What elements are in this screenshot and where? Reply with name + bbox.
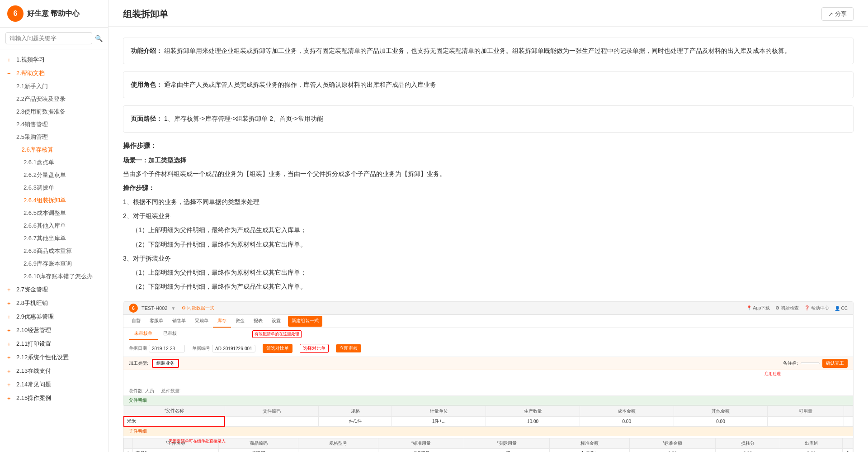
sidebar-item-capital[interactable]: + 2.7资金管理: [0, 283, 108, 296]
sidebar-item-stock-check[interactable]: 2.6.9库存账本查询: [0, 257, 108, 270]
step2-1: （1）上部明细为父件明细，最终作为产成品生成其它入库单；: [123, 224, 854, 236]
page-title: 组装拆卸单: [123, 8, 168, 20]
sidebar: 6 好生意 帮助中心 🔍 + 1.视频学习 − 2.帮助文档 2.1新手入门 2…: [0, 0, 108, 452]
steps-title: 操作步骤：: [123, 142, 854, 150]
mock-type-selector[interactable]: 组装业务: [152, 359, 179, 368]
mock-lower-section: 子件明细: [123, 427, 853, 436]
mock-topbar: 6 TEST-H002 ▼ ⚙ 同款数据一式 📍 App下载 ⚙ 初始检查 ❓ …: [123, 302, 853, 315]
annotation-enable: 启用处理: [764, 371, 781, 377]
mock-upper-table: *父件名称 父件编码 规格 计量单位 生产数量 成本金额 其他金额 可用量: [123, 405, 853, 427]
step3-2: （2）下部明细为子件明细，最终作为产成品生成其它入库单。: [123, 281, 854, 292]
mock-ui: 6 TEST-H002 ▼ ⚙ 同款数据一式 📍 App下载 ⚙ 初始检查 ❓ …: [123, 302, 853, 452]
mock-type-bar: 加工类型: 组装业务 组装业务、拆卸业务在这里切换 备注栏: 确认完工: [123, 357, 853, 370]
mock-confirm-btn[interactable]: 立即审核: [336, 344, 361, 352]
sidebar-item-print[interactable]: + 2.11打印设置: [0, 337, 108, 351]
mock-upper-section: 父件明细: [123, 396, 853, 405]
search-input[interactable]: [5, 32, 92, 44]
mock-lower-table: *子件名称 商品编码 规格型号 *标准用量 *实际用量 标准金额 *标准金额 损…: [123, 438, 853, 452]
app-title: 好生意 帮助中心: [27, 9, 80, 19]
mock-lower-row-1: 1 商品1 编码00 标准用量 ×用 1.标准+. 6.00 0.00 0.00…: [124, 449, 853, 452]
sidebar-item-portion[interactable]: 2.6.2分量盘点单: [0, 169, 108, 181]
sidebar-item-stocktake[interactable]: 2.6.1盘点单: [0, 156, 108, 169]
sidebar-item-coupon[interactable]: + 2.9优惠券管理: [0, 310, 108, 324]
scene1-desc: 当由多个子件材料组装成一个成品的业务为【组装】业务，当由一个父件拆分成多个子产品…: [123, 168, 854, 180]
sidebar-item-prepare[interactable]: 2.3使用前数据准备: [0, 105, 108, 118]
nav-tree: + 1.视频学习 − 2.帮助文档 2.1新手入门 2.2产品安装及登录 2.3…: [0, 49, 108, 452]
mock-nav-sales[interactable]: 销售单: [168, 315, 190, 328]
sidebar-item-inventory[interactable]: − 2.6库存核算: [0, 143, 108, 156]
mock-upper-row-1: 米米 件/1件 1件+... 10.00 0.00 0.00: [124, 416, 853, 426]
mock-tab-pending[interactable]: 未审核单: [129, 328, 158, 340]
mock-nav-finance[interactable]: 资金: [231, 315, 249, 328]
intro-label: 功能介绍：: [131, 47, 162, 54]
mock-nav-stock[interactable]: 库存: [213, 315, 231, 328]
mock-select-bom-btn[interactable]: 选择对比单: [300, 344, 329, 353]
mock-date-input[interactable]: 2019-12-28: [149, 345, 185, 352]
sidebar-item-faq[interactable]: + 2.14常见问题: [0, 378, 108, 391]
mock-filter-btn[interactable]: 筛选对比单: [263, 344, 292, 353]
path-block: 页面路径： 1、库存核算->库存管理->组装拆卸单 2、首页->常用功能: [123, 105, 854, 132]
mock-nav-purchase[interactable]: 采购单: [190, 315, 213, 328]
expand-icon: +: [7, 57, 14, 63]
sidebar-item-account-err[interactable]: 2.6.10库存账本错了怎么办: [0, 270, 108, 283]
intro-text: 组装拆卸单用来处理企业组装或拆卸等加工业务，支持有固定装配清单的产品加工业务，也…: [164, 47, 791, 54]
mock-nav: 自营 客服单 销售单 采购单 库存 资金 报表 设置 新建组装一式: [123, 315, 853, 328]
step3: 3、对于拆装业务: [123, 253, 854, 264]
step3-1: （1）上部明细为父件明细，最终作为原材料生成其它出库单；: [123, 267, 854, 278]
intro-block: 功能介绍： 组装拆卸单用来处理企业组装或拆卸等加工业务，支持有固定装配清单的产品…: [123, 38, 854, 64]
content-area: 功能介绍： 组装拆卸单用来处理企业组装或拆卸等加工业务，支持有固定装配清单的产品…: [108, 27, 868, 452]
sidebar-item-assembly[interactable]: 2.6.4组装拆卸单: [0, 194, 108, 207]
screenshot: 6 TEST-H002 ▼ ⚙ 同款数据一式 📍 App下载 ⚙ 初始检查 ❓ …: [123, 301, 854, 452]
role-text: 通常由生产人员或库管人员完成拆装业务的操作，库管人员确认原材料的出库和产成品的入…: [164, 81, 436, 88]
sidebar-item-purchase[interactable]: 2.5采购管理: [0, 131, 108, 143]
role-label: 使用角色：: [131, 81, 162, 88]
sidebar-item-video[interactable]: + 1.视频学习: [0, 53, 108, 67]
step2-2: （2）下部明细为子件明细，最终作为原材料生成其它出库单。: [123, 239, 854, 250]
mock-nav-service[interactable]: 客服单: [145, 315, 168, 328]
sidebar-item-sales[interactable]: 2.4销售管理: [0, 118, 108, 131]
search-bar: 🔍: [0, 28, 108, 49]
collapse-icon: −: [7, 70, 14, 77]
mock-nav-report[interactable]: 报表: [249, 315, 267, 328]
sidebar-item-other-in[interactable]: 2.6.6其他入库单: [0, 219, 108, 232]
mock-company: TEST-H002: [142, 305, 167, 311]
path-text: 1、库存核算->库存管理->组装拆卸单 2、首页->常用功能: [164, 115, 323, 122]
sidebar-item-install[interactable]: 2.2产品安装及登录: [0, 93, 108, 105]
role-block: 使用角色： 通常由生产人员或库管人员完成拆装业务的操作，库管人员确认原材料的出库…: [123, 71, 854, 98]
sidebar-item-mobile[interactable]: + 2.8手机旺铺: [0, 296, 108, 310]
mock-tab-bar: 未审核单 已审核: [123, 328, 853, 340]
logo-icon: 6: [7, 5, 24, 22]
mock-nav-self[interactable]: 自营: [127, 315, 145, 328]
sidebar-item-system[interactable]: + 2.12系统个性化设置: [0, 351, 108, 364]
step2: 2、对于组装业务: [123, 210, 854, 222]
mock-nav-settings[interactable]: 设置: [267, 315, 285, 328]
sidebar-item-cost[interactable]: 2.6.5成本调整单: [0, 207, 108, 219]
sidebar-item-goods-cost[interactable]: 2.6.8商品成本重算: [0, 245, 108, 257]
mock-confirm-finish-btn[interactable]: 确认完工: [822, 359, 848, 368]
search-button[interactable]: 🔍: [95, 35, 103, 42]
sidebar-item-cases[interactable]: + 2.15操作案例: [0, 391, 108, 405]
step1: 1、根据不同的业务，选择不同单据的类型来处理: [123, 196, 854, 208]
sidebar-item-newuser[interactable]: 2.1新手入门: [0, 80, 108, 93]
main-content: 组装拆卸单 ↗ 分享 功能介绍： 组装拆卸单用来处理企业组装或拆卸等加工业务，支…: [108, 0, 868, 452]
sidebar-item-operation[interactable]: + 2.10经营管理: [0, 324, 108, 337]
mock-new-btn[interactable]: 新建组装一式: [288, 316, 322, 327]
steps-label: 操作步骤：: [123, 182, 854, 194]
mock-bill-input[interactable]: AD-20191226-001: [212, 345, 255, 352]
annotation-no-bom: 无固定清单可在组件处直接录入: [169, 438, 226, 444]
share-button[interactable]: ↗ 分享: [821, 7, 854, 21]
mock-logo: 6: [129, 304, 138, 313]
mock-status-row: 总件数: 人员 总件数量:: [123, 386, 853, 396]
mock-toolbar-fields: 单据日期 2019-12-28 单据编号 AD-20191226-001 有装配…: [123, 340, 853, 357]
sidebar-item-other-out[interactable]: 2.6.7其他出库单: [0, 232, 108, 245]
annotation-bom: 有装配清单的在这里处理: [252, 330, 302, 338]
scene1-title: 场景一：加工类型选择: [123, 157, 854, 165]
sidebar-header: 6 好生意 帮助中心: [0, 0, 108, 28]
main-header: 组装拆卸单 ↗ 分享: [108, 0, 868, 27]
sidebar-item-payment[interactable]: + 2.13在线支付: [0, 364, 108, 378]
sidebar-item-docs[interactable]: − 2.帮助文档: [0, 67, 108, 80]
sidebar-item-adjust[interactable]: 2.6.3调拨单: [0, 181, 108, 194]
path-label: 页面路径：: [131, 115, 162, 122]
mock-tab-approved[interactable]: 已审核: [158, 328, 182, 340]
